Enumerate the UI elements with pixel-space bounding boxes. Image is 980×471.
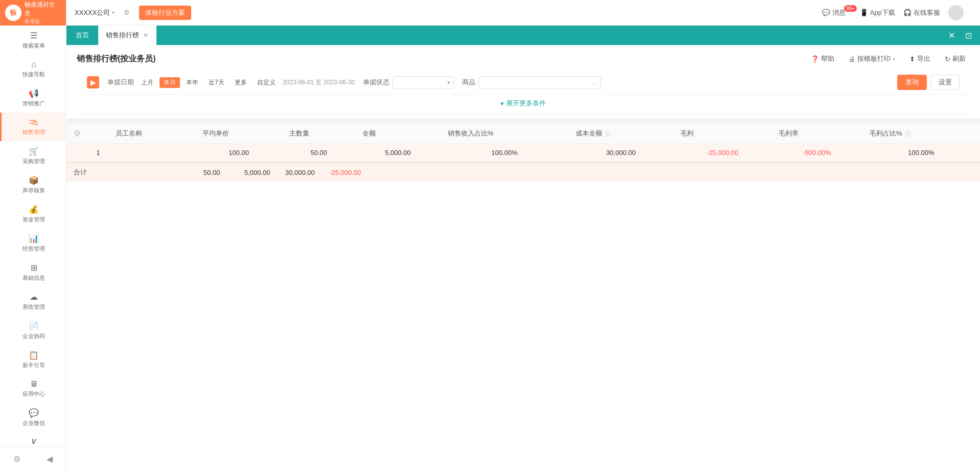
sidebar-item-sales[interactable]: 🛍 销售管理 [0, 113, 66, 141]
tab-close-window-button[interactable]: ✕ [945, 30, 958, 41]
trial-button[interactable]: 体验行业方案 [139, 6, 191, 20]
sidebar-item-quick-nav[interactable]: ⌂ 快捷导航 [0, 55, 66, 83]
content-area: 销售排行榜(按业务员) ❓ 帮助 🖨 按模板打印 ▾ ⬆ 导出 [66, 45, 980, 471]
search-icon: ☰ [30, 31, 37, 40]
status-select[interactable] [393, 76, 454, 89]
date-btn-current-month[interactable]: 本月 [159, 77, 180, 88]
row-cost: 30,000.00 [568, 144, 673, 162]
tab-label: 销售排行榜 [106, 31, 139, 40]
sidebar-item-appstore[interactable]: 🖥 应用中心 [0, 374, 66, 403]
row-profit-pct: 100.00% [862, 144, 980, 162]
tab-close-button[interactable]: ✕ [142, 31, 149, 40]
sidebar-item-label: 经营管理 [22, 245, 45, 253]
avatar[interactable] [948, 5, 964, 20]
status-select-wrap [393, 76, 454, 89]
tabbar: 首页 销售排行榜 ✕ ✕ ⊡ [66, 26, 980, 45]
expand-more-filter-row: ▾ 展开更多条件 [77, 95, 970, 115]
sidebar-item-label: 企业微信 [22, 419, 45, 427]
date-filter-label: 单据日期 [107, 78, 134, 87]
cost-info-icon[interactable]: ⓘ [605, 130, 610, 137]
footer-qty: 50.00 [196, 169, 237, 176]
col-sales-pct: 销售收入占比% [441, 123, 568, 144]
export-icon: ⬆ [909, 55, 915, 63]
sidebar-item-inventory[interactable]: 📦 库存核算 [0, 170, 66, 199]
message-button[interactable]: 💬 消息 99+ [822, 8, 852, 17]
marketing-icon: 📢 [29, 88, 39, 98]
col-avg-price: 平均单价 [195, 123, 282, 144]
filter-row: ▶ 单据日期 上月 本月 本年 近7天 更多 自定义 2023-06-01 至 … [77, 71, 970, 95]
member-icon: V [31, 437, 36, 445]
app-icon: 📱 [860, 9, 868, 16]
sidebar-item-basics[interactable]: ⊞ 基础信息 [0, 258, 66, 287]
sidebar-item-member[interactable]: V 畅会员 [0, 432, 66, 446]
col-profit-pct: 毛利占比% ⓘ [862, 123, 980, 144]
company-dropdown-icon: ▾ [112, 10, 115, 15]
company-selector[interactable]: XXXXX公司 ▾ [75, 8, 115, 17]
topbar-settings-button[interactable]: ⚙ [120, 6, 134, 20]
sidebar-item-marketing[interactable]: 📢 营销推广 [0, 83, 66, 113]
refresh-button[interactable]: ↻ 刷新 [941, 52, 970, 65]
tab-sales-rank[interactable]: 销售排行榜 ✕ [98, 26, 156, 45]
footer-label: 合计 [74, 168, 196, 177]
sidebar-item-wechat[interactable]: 💬 企业微信 [0, 403, 66, 432]
sidebar-item-purchase[interactable]: 🛒 采购管理 [0, 141, 66, 170]
sidebar-item-search[interactable]: ☰ 搜索菜单 [0, 26, 66, 55]
app-download-button[interactable]: 📱 App下载 [860, 8, 895, 17]
expand-more-filters-button[interactable]: ▾ 展开更多条件 [500, 97, 546, 110]
tab-restore-button[interactable]: ⊡ [962, 30, 975, 41]
sidebar-item-label: 库存核算 [22, 187, 45, 194]
col-amount: 全额 [355, 123, 441, 144]
service-label: 在线客服 [914, 8, 940, 17]
date-btn-custom[interactable]: 自定义 [253, 77, 280, 88]
query-actions: 查询 设置 [897, 75, 960, 90]
row-rank: 1 [88, 144, 108, 162]
query-button[interactable]: 查询 [897, 75, 927, 90]
sidebar-item-guide[interactable]: 📋 新手引导 [0, 345, 66, 374]
sidebar-collapse-button[interactable]: ◀ [44, 452, 55, 466]
refresh-icon: ↻ [945, 55, 950, 63]
expand-chevron-icon: ▾ [500, 100, 504, 107]
export-button[interactable]: ⬆ 导出 [905, 52, 935, 65]
print-dropdown-icon: ▾ [893, 56, 895, 62]
page-title: 销售排行榜(按业务员) [77, 54, 156, 64]
row-sales-pct: 100.00% [441, 144, 568, 162]
sidebar-item-finance[interactable]: 💰 资金管理 [0, 199, 66, 229]
sidebar-settings-button[interactable]: ⚙ [11, 452, 22, 466]
row-amount: 5,000.00 [355, 144, 441, 162]
table-wrap: ⚙ 员工名称 平均单价 主数量 全额 销售收入占比% 成本全额 ⓘ [66, 123, 980, 471]
settings-button[interactable]: 设置 [931, 75, 960, 90]
date-btn-more[interactable]: 更多 [231, 77, 251, 88]
sidebar-item-operations[interactable]: 📊 经营管理 [0, 229, 66, 258]
sidebar-item-enterprise[interactable]: 📄 企业协同 [0, 316, 66, 345]
date-filter-buttons: 上月 本月 本年 近7天 更多 自定义 [137, 77, 280, 88]
appstore-icon: 🖥 [30, 379, 38, 389]
tabbar-controls: ✕ ⊡ [945, 30, 980, 41]
goods-input[interactable] [478, 76, 601, 89]
finance-icon: 💰 [29, 205, 39, 214]
print-button[interactable]: 🖨 按模板打印 ▾ [845, 52, 899, 65]
table-header-row: ⚙ 员工名称 平均单价 主数量 全额 销售收入占比% 成本全额 ⓘ [66, 123, 980, 144]
sidebar-item-label: 销售管理 [22, 128, 45, 136]
operations-icon: 📊 [29, 234, 39, 243]
sidebar-item-label: 采购管理 [22, 158, 45, 165]
col-name: 员工名称 [108, 123, 195, 144]
system-icon: ☁ [30, 292, 38, 302]
table-settings-icon[interactable]: ⚙ [74, 129, 81, 138]
profit-pct-info-icon[interactable]: ⓘ [905, 130, 910, 137]
row-name [108, 144, 195, 162]
filter-expand-button[interactable]: ▶ [87, 76, 99, 88]
service-button[interactable]: 🎧 在线客服 [903, 8, 940, 17]
purchase-icon: 🛒 [29, 146, 39, 156]
topbar: XXXXX公司 ▾ ⚙ 体验行业方案 💬 消息 99+ 📱 App下载 🎧 在线… [66, 0, 980, 26]
sidebar-item-label: 营销推广 [22, 100, 45, 107]
sidebar-item-system[interactable]: ☁ 系统管理 [0, 287, 66, 316]
date-btn-7days[interactable]: 近7天 [204, 77, 229, 88]
sidebar-item-label: 资金管理 [22, 216, 45, 223]
date-btn-last-month[interactable]: 上月 [137, 77, 157, 88]
date-btn-year[interactable]: 本年 [182, 77, 202, 88]
main-area: XXXXX公司 ▾ ⚙ 体验行业方案 💬 消息 99+ 📱 App下载 🎧 在线… [66, 0, 980, 471]
row-qty: 50.00 [282, 144, 355, 162]
help-button[interactable]: ❓ 帮助 [807, 52, 838, 65]
tab-home[interactable]: 首页 [66, 26, 98, 45]
sidebar: 畅 畅康通好生意 标准版 ☰ 搜索菜单 ⌂ 快捷导航 📢 营销推广 🛍 销售管理… [0, 0, 66, 471]
